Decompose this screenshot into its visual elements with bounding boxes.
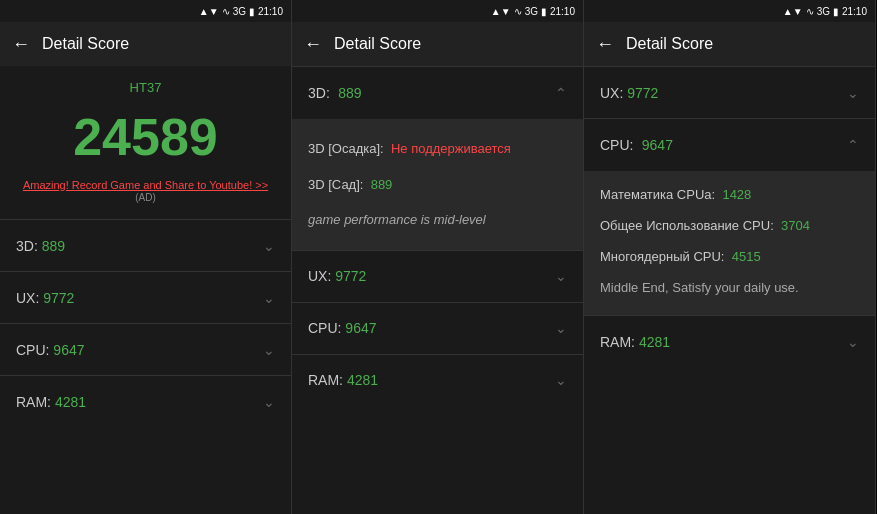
score-row-ram-3[interactable]: RAM: 4281 ⌄ [584, 315, 875, 367]
3d-expanded-content: 3D [Осадка]: Не поддерживается 3D [Сад]:… [292, 119, 583, 250]
wifi-icon: ∿ [222, 6, 230, 17]
chevron-up-cpu: ⌃ [847, 137, 859, 153]
header-1: ← Detail Score [0, 22, 291, 66]
panel2-content: 3D: 889 ⌃ 3D [Осадка]: Не поддерживается… [292, 66, 583, 514]
panel-2: ▲▼ ∿ 3G ▮ 21:10 ← Detail Score 3D: 889 ⌃… [292, 0, 584, 514]
cpu-general-label: Общее Использование CPU: [600, 218, 777, 233]
battery-icon-2: ▮ [541, 6, 547, 17]
score-value-ux: 9772 [43, 290, 74, 306]
3d-sad-label: 3D [Сад]: [308, 177, 367, 192]
cpu-math-value: 1428 [722, 187, 751, 202]
3d-osadka-item: 3D [Осадка]: Не поддерживается [308, 131, 567, 167]
chevron-down-ux-2: ⌄ [555, 268, 567, 284]
cpu-math-item: Математика CPUa: 1428 [600, 179, 859, 210]
back-button-2[interactable]: ← [304, 34, 322, 55]
back-button-3[interactable]: ← [596, 34, 614, 55]
chevron-down-cpu-2: ⌄ [555, 320, 567, 336]
ux-value-2: 9772 [335, 268, 366, 284]
status-icons-3: ▲▼ ∿ 3G ▮ 21:10 [783, 6, 867, 17]
status-bar-3: ▲▼ ∿ 3G ▮ 21:10 [584, 0, 875, 22]
chevron-down-ram-3: ⌄ [847, 334, 859, 350]
3d-note-text: game performance is mid-level [308, 212, 486, 227]
3d-sad-item: 3D [Сад]: 889 [308, 167, 567, 203]
cpu-multi-value: 4515 [732, 249, 761, 264]
cpu-note-text: Middle End, Satisfy your daily use. [600, 280, 799, 295]
battery-icon: ▮ [249, 6, 255, 17]
header-title-2: Detail Score [334, 35, 421, 53]
score-row-ux-3[interactable]: UX: 9772 ⌄ [584, 66, 875, 118]
ram-label-3: RAM: [600, 334, 639, 350]
time-label-3: 21:10 [842, 6, 867, 17]
ram-value-2: 4281 [347, 372, 378, 388]
score-value-cpu: 9647 [53, 342, 84, 358]
3d-label-2: 3D: [308, 85, 334, 101]
score-row-3d-1[interactable]: 3D: 889 ⌄ [0, 219, 291, 271]
chevron-down-icon-ram: ⌄ [263, 394, 275, 410]
status-bar-2: ▲▼ ∿ 3G ▮ 21:10 [292, 0, 583, 22]
ad-text: Amazing! Record Game and Share to Youtub… [0, 175, 291, 219]
score-label-ux: UX: [16, 290, 43, 306]
ad-link[interactable]: Amazing! Record Game and Share to Youtub… [23, 179, 268, 191]
score-left-ux: UX: 9772 [16, 290, 74, 306]
header-3: ← Detail Score [584, 22, 875, 66]
expanded-3d-label-group: 3D: 889 [308, 84, 362, 102]
cpu-value-3: 9647 [642, 137, 673, 153]
score-label-3d: 3D: [16, 238, 42, 254]
ux-label-2: UX: [308, 268, 335, 284]
score-row-cpu-1[interactable]: CPU: 9647 ⌄ [0, 323, 291, 375]
chevron-up-icon-3d: ⌃ [555, 85, 567, 101]
3d-osadka-value: Не поддерживается [391, 141, 511, 156]
status-icons-1: ▲▼ ∿ 3G ▮ 21:10 [199, 6, 283, 17]
score-left-ram: RAM: 4281 [16, 394, 86, 410]
cpu-label-2: CPU: [308, 320, 345, 336]
chevron-down-icon-3d: ⌄ [263, 238, 275, 254]
header-title-1: Detail Score [42, 35, 129, 53]
cpu-multi-label: Многоядерный CPU: [600, 249, 728, 264]
cpu-multi-item: Многоядерный CPU: 4515 [600, 241, 859, 272]
score-row-ux-2[interactable]: UX: 9772 ⌄ [292, 250, 583, 302]
ux-value-3: 9772 [627, 85, 658, 101]
score-row-ram-2[interactable]: RAM: 4281 ⌄ [292, 354, 583, 406]
panel-3: ▲▼ ∿ 3G ▮ 21:10 ← Detail Score UX: 9772 … [584, 0, 876, 514]
score-value-3d: 889 [42, 238, 65, 254]
wifi-icon-2: ∿ [514, 6, 522, 17]
ux-label-3: UX: [600, 85, 627, 101]
cpu-general-value: 3704 [781, 218, 810, 233]
score-label-ram: RAM: [16, 394, 55, 410]
3d-note-item: game performance is mid-level [308, 202, 567, 238]
ram-value-3: 4281 [639, 334, 670, 350]
panel-1: ▲▼ ∿ 3G ▮ 21:10 ← Detail Score HT37 2458… [0, 0, 292, 514]
header-2: ← Detail Score [292, 22, 583, 66]
cpu-expanded-content: Математика CPUa: 1428 Общее Использовани… [584, 171, 875, 315]
ram-label-2: RAM: [308, 372, 347, 388]
back-button-1[interactable]: ← [12, 34, 30, 55]
battery-icon-3: ▮ [833, 6, 839, 17]
header-title-3: Detail Score [626, 35, 713, 53]
3d-value-2: 889 [338, 85, 361, 101]
expanded-cpu-header[interactable]: CPU: 9647 ⌃ [584, 119, 875, 171]
cpu-value-2: 9647 [345, 320, 376, 336]
expanded-cpu-row: CPU: 9647 ⌃ Математика CPUa: 1428 Общее … [584, 118, 875, 315]
signal-icon-3: ▲▼ [783, 6, 803, 17]
main-score: 24589 [0, 99, 291, 175]
status-icons-2: ▲▼ ∿ 3G ▮ 21:10 [491, 6, 575, 17]
score-label-cpu: CPU: [16, 342, 53, 358]
network-label-2: 3G [525, 6, 538, 17]
cpu-label-3: CPU: [600, 137, 637, 153]
3d-sad-value: 889 [371, 177, 393, 192]
device-name: HT37 [0, 66, 291, 99]
cpu-note-item: Middle End, Satisfy your daily use. [600, 272, 859, 303]
ad-label: (AD) [135, 192, 156, 203]
wifi-icon-3: ∿ [806, 6, 814, 17]
score-row-ram-1[interactable]: RAM: 4281 ⌄ [0, 375, 291, 427]
score-row-cpu-2[interactable]: CPU: 9647 ⌄ [292, 302, 583, 354]
chevron-down-icon-ux: ⌄ [263, 290, 275, 306]
panel3-content: UX: 9772 ⌄ CPU: 9647 ⌃ Математика CPUa: … [584, 66, 875, 514]
chevron-down-ram-2: ⌄ [555, 372, 567, 388]
score-row-ux-1[interactable]: UX: 9772 ⌄ [0, 271, 291, 323]
score-left-cpu: CPU: 9647 [16, 342, 85, 358]
network-label-3: 3G [817, 6, 830, 17]
status-bar-1: ▲▼ ∿ 3G ▮ 21:10 [0, 0, 291, 22]
signal-icon-2: ▲▼ [491, 6, 511, 17]
expanded-3d-header[interactable]: 3D: 889 ⌃ [292, 67, 583, 119]
